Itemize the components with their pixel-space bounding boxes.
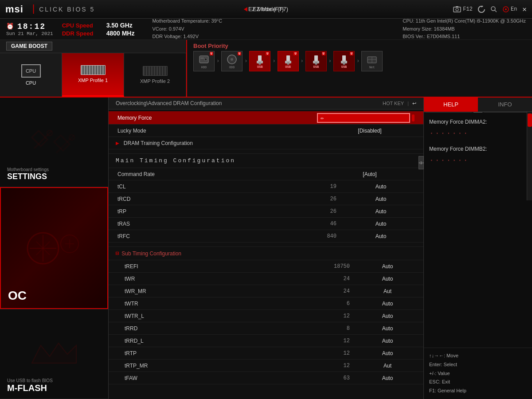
sidebar-item-settings[interactable]: Motherboard settings SETTINGS: [0, 98, 108, 187]
dram-training-row[interactable]: ▶ DRAM Training Configuration: [109, 137, 423, 149]
settings-table: Memory Force ✏ Lucky Mode [Disabled] ▶ D…: [109, 110, 423, 399]
help-text-1: ·······: [429, 128, 527, 140]
trfc-row[interactable]: tRFC 840 Auto: [109, 230, 423, 243]
boot-devices: U HDD › U ODD › U USB › U U: [193, 51, 526, 71]
boot-device-usb1[interactable]: U USB: [249, 51, 270, 71]
tras-row[interactable]: tRAS 46 Auto: [109, 218, 423, 230]
dram-training-label: DRAM Training Configuration: [122, 140, 416, 146]
hint-value: +/-: Value: [429, 369, 527, 378]
settings-sublabel: Motherboard settings: [7, 167, 49, 172]
boot-device-hdd[interactable]: U HDD: [193, 51, 215, 71]
twr-row[interactable]: tWR 24 Auto: [109, 273, 423, 285]
twtr-l-row[interactable]: tWTR_L 12 Auto: [109, 310, 423, 322]
trp-row[interactable]: tRP 26 Auto: [109, 205, 423, 218]
search-icon[interactable]: [490, 6, 497, 13]
clock-icon: ⏰: [6, 23, 14, 30]
trp-value: Auto: [345, 208, 416, 215]
ddr-speed-label: DDR Speed: [62, 30, 102, 37]
boot-priority-section: Boot Priority U HDD › U ODD › U USB ›: [186, 40, 532, 97]
tab-help[interactable]: HELP: [424, 98, 478, 112]
boot-device-u3: U: [266, 52, 269, 55]
right-scrollbar[interactable]: [527, 112, 532, 200]
lucky-mode-value: [Disabled]: [323, 128, 416, 134]
command-rate-label: Command Rate: [116, 171, 323, 177]
boot-arrow-2: ›: [244, 58, 247, 64]
tab-cpu[interactable]: CPU CPU: [0, 53, 62, 97]
boot-arrow-1: ›: [216, 58, 219, 64]
twtr-label: tWTR: [116, 301, 323, 307]
tras-value: Auto: [345, 221, 416, 227]
language-icon[interactable]: En: [503, 6, 517, 12]
net-label: Net: [369, 66, 375, 69]
svg-point-8: [204, 58, 207, 61]
svg-point-20: [315, 62, 317, 65]
boot-device-usb4[interactable]: U USB: [333, 51, 355, 71]
command-rate-row[interactable]: Command Rate [Auto]: [109, 168, 423, 180]
trtp-mr-value: Aut: [359, 363, 416, 369]
xmp2-tab-label: XMP Profile 2: [140, 78, 170, 84]
tfaw-row[interactable]: tFAW 63 Auto: [109, 372, 423, 384]
right-panel: HELP INFO Memory Force DIMMA2: ······· M…: [423, 98, 532, 399]
boot-device-net[interactable]: Net: [361, 51, 383, 71]
clock-section: ⏰ 18:12 Sun 21 Mar, 2021: [6, 22, 53, 36]
boot-arrow-6: ›: [356, 58, 360, 64]
tab-xmp1[interactable]: XMP Profile 1: [62, 53, 124, 97]
close-button[interactable]: ✕: [522, 5, 527, 14]
ez-mode-button[interactable]: EZ Mode (F7): [244, 6, 288, 12]
boot-device-u4: U: [293, 52, 297, 55]
trefi-row[interactable]: tREFI 18750 Auto: [109, 260, 423, 273]
trrd-row[interactable]: tRRD 8 Auto: [109, 322, 423, 335]
sub-timing-header[interactable]: ⊟ Sub Timing Configuration: [109, 247, 423, 260]
trcd-row[interactable]: tRCD 26 Auto: [109, 193, 423, 205]
sub-timing-title: Sub Timing Configuration: [121, 250, 181, 257]
main-timing-header: Main Timing Configuration: [109, 154, 423, 168]
boot-device-odd[interactable]: U ODD: [221, 51, 243, 71]
clock-date: Sun 21 Mar, 2021: [6, 31, 53, 36]
oc-label: OC: [8, 289, 27, 303]
memory-force-input[interactable]: ✏: [317, 113, 410, 123]
game-boost-label[interactable]: GAME BOOST: [6, 42, 52, 51]
usb4-label: USB: [341, 65, 347, 69]
trrd-label: tRRD: [116, 325, 323, 332]
refresh-icon[interactable]: [478, 6, 485, 13]
usb1-label: USB: [257, 65, 263, 69]
breadcrumb-text: Overclocking\Advanced DRAM Configuration: [116, 100, 222, 106]
top-right-icons: F12 En ✕: [453, 5, 527, 14]
tcl-row[interactable]: tCL 19 Auto: [109, 180, 423, 193]
left-sidebar: Motherboard settings SETTINGS OC: [0, 98, 109, 399]
trtp-mr-row[interactable]: tRTP_MR 12 Aut: [109, 360, 423, 372]
back-arrow-icon[interactable]: ↩: [412, 101, 416, 106]
hint-move: ↑↓→←: Move: [429, 352, 527, 360]
sidebar-item-oc[interactable]: OC: [0, 187, 108, 309]
svg-point-3: [491, 7, 495, 11]
trefi-value: Auto: [359, 263, 416, 270]
main-layout: Motherboard settings SETTINGS OC: [0, 98, 532, 399]
lucky-mode-row[interactable]: Lucky Mode [Disabled]: [109, 125, 423, 137]
twtr-row[interactable]: tWTR 6 Auto: [109, 297, 423, 310]
top-bar: msi | CLICK BIOS 5 EZ Mode (F7) EZ Mode …: [0, 0, 532, 19]
tab-xmp2[interactable]: XMP Profile 2: [124, 53, 186, 97]
ram-icon-xmp1: [81, 65, 106, 75]
sidebar-item-mflash[interactable]: Use USB to flash BIOS M-FLASH: [0, 309, 108, 399]
svg-point-1: [456, 8, 458, 11]
boot-device-usb2[interactable]: U USB: [278, 51, 299, 71]
trrd-l-row[interactable]: tRRD_L 12 Auto: [109, 335, 423, 347]
trefi-label: tREFI: [116, 263, 323, 270]
lang-label: En: [511, 6, 517, 12]
boot-device-usb3[interactable]: U USB: [305, 51, 327, 71]
usb2-label: USB: [285, 65, 291, 69]
trp-label: tRP: [116, 208, 314, 215]
screenshot-icon[interactable]: F12: [453, 6, 473, 12]
panel-collapse-handle[interactable]: ◁▷: [419, 156, 424, 169]
tcl-label: tCL: [116, 184, 314, 190]
memory-force-row[interactable]: Memory Force ✏: [109, 111, 423, 125]
twtr-l-num: 12: [323, 313, 350, 319]
svg-rect-18: [314, 55, 318, 62]
odd-label: ODD: [229, 66, 235, 69]
usb3-label: USB: [313, 65, 319, 69]
trtp-row[interactable]: tRTP 12 Auto: [109, 347, 423, 360]
speeds-section: CPU Speed 3.50 GHz DDR Speed 4800 MHz: [62, 22, 135, 37]
trcd-value: Auto: [345, 196, 416, 202]
tab-info[interactable]: INFO: [478, 98, 532, 112]
twr-mr-row[interactable]: tWR_MR 24 Aut: [109, 285, 423, 297]
